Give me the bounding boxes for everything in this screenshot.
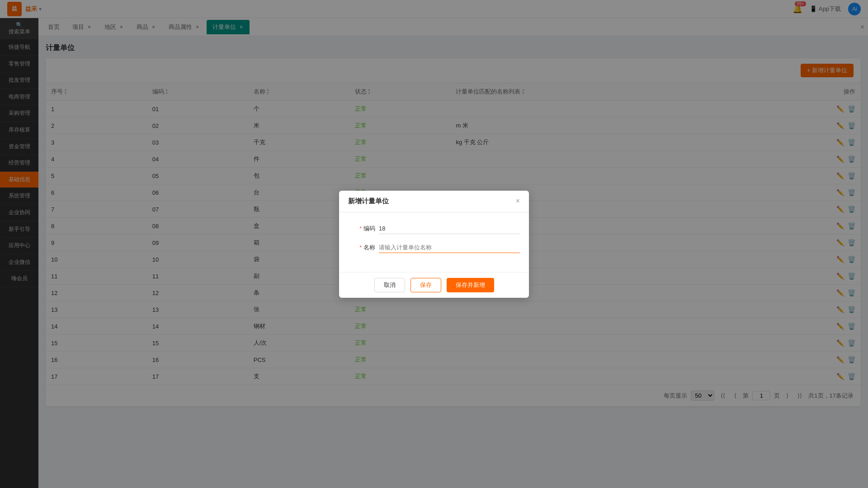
modal-close-button[interactable]: × bbox=[516, 197, 520, 205]
name-input[interactable] bbox=[379, 242, 520, 253]
form-item-name: 名称 bbox=[348, 242, 520, 253]
code-label: 编码 bbox=[348, 225, 375, 233]
form-item-code: 编码 bbox=[348, 223, 520, 234]
save-new-button[interactable]: 保存并新增 bbox=[447, 278, 494, 292]
modal-footer: 取消 保存 保存并新增 bbox=[339, 272, 529, 298]
add-unit-modal: 新增计量单位 × 编码 名称 取消 保存 保存并新增 bbox=[339, 191, 529, 298]
code-input[interactable] bbox=[379, 223, 520, 234]
modal-overlay: 新增计量单位 × 编码 名称 取消 保存 保存并新增 bbox=[0, 0, 868, 488]
cancel-button[interactable]: 取消 bbox=[374, 278, 405, 292]
modal-header: 新增计量单位 × bbox=[339, 191, 529, 212]
save-button[interactable]: 保存 bbox=[410, 278, 441, 292]
modal-title: 新增计量单位 bbox=[348, 197, 389, 206]
modal-body: 编码 名称 bbox=[339, 212, 529, 272]
name-label: 名称 bbox=[348, 244, 375, 252]
